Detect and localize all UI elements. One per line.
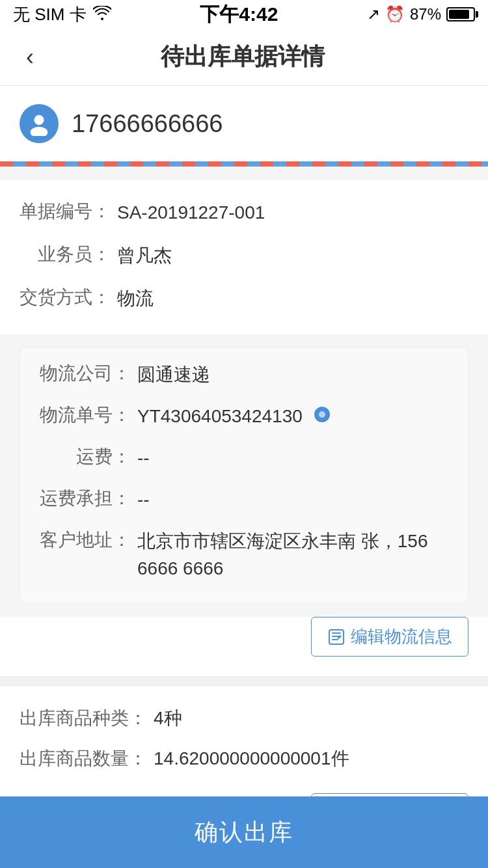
order-no-label: 单据编号： bbox=[20, 199, 111, 224]
product-quantity-label: 出库商品数量： bbox=[20, 746, 147, 771]
freight-row: 运费： -- bbox=[33, 444, 455, 472]
edit-logistics-label: 编辑物流信息 bbox=[351, 625, 452, 648]
product-types-row: 出库商品种类： 4种 bbox=[20, 706, 468, 731]
delivery-label: 交货方式： bbox=[20, 285, 111, 310]
edit-btn-wrap: 编辑物流信息 bbox=[0, 617, 488, 676]
delivery-value: 物流 bbox=[117, 285, 468, 312]
logistics-company-value: 圆通速递 bbox=[137, 361, 455, 388]
decorative-dashed-line bbox=[0, 161, 488, 167]
address-row: 客户地址： 北京市市辖区海淀区永丰南 张，156 6666 6666 bbox=[33, 528, 455, 582]
logistics-company-label: 物流公司： bbox=[33, 361, 131, 386]
status-right: ↗ ⏰ 87% bbox=[367, 5, 475, 23]
confirm-button-wrap[interactable]: 确认出库 bbox=[0, 796, 488, 868]
back-button[interactable]: ‹ bbox=[20, 37, 40, 77]
alarm-icon: ⏰ bbox=[385, 5, 405, 23]
svg-point-1 bbox=[31, 127, 48, 136]
map-pin-icon[interactable] bbox=[310, 405, 334, 428]
confirm-button-label: 确认出库 bbox=[195, 817, 293, 848]
location-status-icon: ↗ bbox=[367, 5, 380, 23]
battery-percent: 87% bbox=[410, 5, 441, 23]
freight-value: -- bbox=[137, 444, 455, 472]
product-types-value: 4种 bbox=[154, 706, 182, 731]
product-types-label: 出库商品种类： bbox=[20, 706, 147, 731]
edit-icon bbox=[327, 628, 346, 646]
status-time: 下午4:42 bbox=[200, 1, 278, 28]
logistics-company-row: 物流公司： 圆通速递 bbox=[33, 361, 455, 388]
svg-point-0 bbox=[34, 115, 44, 125]
status-left: 无 SIM 卡 bbox=[13, 3, 111, 26]
freight-bear-label: 运费承担： bbox=[33, 486, 131, 511]
logistics-card: 物流公司： 圆通速递 物流单号： YT43064053424130 运费： --… bbox=[20, 347, 468, 604]
section-divider bbox=[0, 676, 488, 686]
tracking-no-value: YT43064053424130 bbox=[137, 403, 303, 430]
product-quantity-value: 14.620000000000001件 bbox=[154, 746, 349, 771]
salesman-value: 曾凡杰 bbox=[117, 242, 468, 269]
freight-label: 运费： bbox=[33, 444, 131, 469]
user-icon bbox=[27, 111, 51, 136]
sim-label: 无 SIM 卡 bbox=[13, 3, 87, 26]
wifi-icon bbox=[93, 5, 111, 25]
nav-bar: ‹ 待出库单据详情 bbox=[0, 29, 488, 86]
address-value: 北京市市辖区海淀区永丰南 张，156 6666 6666 bbox=[137, 528, 455, 582]
order-no-value: SA-20191227-001 bbox=[117, 199, 468, 226]
summary-section: 出库商品种类： 4种 出库商品数量： 14.620000000000001件 bbox=[0, 686, 488, 793]
status-bar: 无 SIM 卡 下午4:42 ↗ ⏰ 87% bbox=[0, 0, 488, 29]
edit-logistics-button[interactable]: 编辑物流信息 bbox=[311, 617, 468, 657]
battery-icon bbox=[446, 7, 475, 21]
avatar bbox=[20, 104, 59, 143]
customer-header: 17666666666 bbox=[0, 86, 488, 161]
freight-bear-row: 运费承担： -- bbox=[33, 486, 455, 513]
order-no-row: 单据编号： SA-20191227-001 bbox=[20, 199, 468, 226]
salesman-label: 业务员： bbox=[20, 242, 111, 267]
product-quantity-row: 出库商品数量： 14.620000000000001件 bbox=[20, 746, 468, 771]
delivery-row: 交货方式： 物流 bbox=[20, 285, 468, 312]
basic-info-section: 单据编号： SA-20191227-001 业务员： 曾凡杰 交货方式： 物流 bbox=[0, 180, 488, 334]
salesman-row: 业务员： 曾凡杰 bbox=[20, 242, 468, 269]
tracking-row: 物流单号： YT43064053424130 bbox=[33, 403, 455, 430]
page-title: 待出库单据详情 bbox=[47, 41, 439, 73]
customer-phone: 17666666666 bbox=[72, 110, 223, 138]
tracking-label: 物流单号： bbox=[33, 403, 131, 427]
address-label: 客户地址： bbox=[33, 528, 131, 552]
freight-bear-value: -- bbox=[137, 486, 455, 513]
